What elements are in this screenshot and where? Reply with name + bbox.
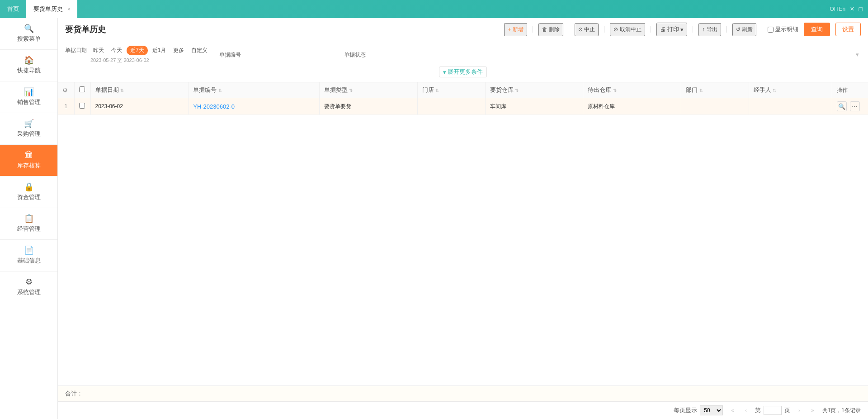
th-order-no-label: 单据编号 [193,86,217,93]
select-all-checkbox[interactable] [79,86,85,92]
tab-bar: 首页 要货单历史 × [0,0,825,18]
order-no-label: 单据编号 [219,51,241,59]
date-filter-label: 单据日期 [65,47,87,54]
page-first-btn[interactable]: « [728,406,737,414]
data-table: ⚙ 单据日期 ⇅ 单据编号 ⇅ [58,82,868,115]
th-order-no: 单据编号 ⇅ [189,82,320,98]
toolbar: + 新增 🗑 删除 ⊘ 中止 ⊘ 取消中止 🖨 打印 ▾ ↑ 导出 ↺ 刷新 [504,23,861,36]
status-dropdown-icon[interactable]: ▾ [856,51,859,58]
th-pending-warehouse-label: 待出仓库 [588,86,611,93]
tab-requisition-label: 要货单历史 [33,5,63,13]
export-button[interactable]: ↑ 导出 [698,23,721,36]
date-btn-custom[interactable]: 自定义 [189,46,210,55]
often-label: OfTEn [830,6,846,12]
page-input-group: 第 1 页 [755,406,790,415]
print-button[interactable]: 🖨 打印 ▾ [656,23,688,36]
th-order-type-label: 单据类型 [324,86,348,93]
th-dept-label: 部门 [686,86,698,93]
th-checkbox [74,82,90,98]
sidebar-item-inventory-label: 库存核算 [17,162,41,170]
sidebar-item-quick-nav-label: 快捷导航 [17,67,41,75]
td-store [417,98,485,115]
th-pending-warehouse: 待出仓库 ⇅ [583,82,681,98]
date-btn-more[interactable]: 更多 [170,46,187,55]
tab-home[interactable]: 首页 [0,0,26,18]
th-date-label: 单据日期 [95,86,119,93]
sidebar-item-search-menu[interactable]: 🔍 搜索菜单 [0,18,57,50]
sort-order-type-icon[interactable]: ⇅ [349,88,353,93]
new-button[interactable]: + 新增 [504,23,527,36]
page-next-btn[interactable]: › [796,406,803,414]
tab-requisition-history[interactable]: 要货单历史 × [26,0,77,18]
page-number-input[interactable]: 1 [764,406,782,415]
sidebar-item-inventory[interactable]: 🏛 库存核算 [0,145,57,176]
sidebar-item-basic-info[interactable]: 📄 基础信息 [0,240,57,271]
th-dept: 部门 ⇅ [681,82,749,98]
op-view-btn[interactable]: 🔍 [837,101,847,111]
sidebar-item-sys-label: 系统管理 [17,288,41,296]
page-prev-btn[interactable]: ‹ [742,406,750,414]
row-checkbox[interactable] [79,103,85,109]
expand-label: 展开更多条件 [448,68,483,76]
sidebar-item-quick-nav[interactable]: 🏠 快捷导航 [0,50,57,81]
table-settings-icon[interactable]: ⚙ [62,87,68,94]
per-page-group: 每页显示 50 100 200 [674,405,723,415]
basic-info-icon: 📄 [24,246,34,254]
sidebar-item-ops-mgmt[interactable]: 📋 经营管理 [0,208,57,240]
order-no-filter: 单据编号 [219,51,335,59]
per-page-label: 每页显示 [674,406,697,414]
top-bar: 首页 要货单历史 × OfTEn × □ [0,0,868,18]
ops-mgmt-icon: 📋 [24,214,34,223]
table-area: ⚙ 单据日期 ⇅ 单据编号 ⇅ [58,82,868,386]
stop-button[interactable]: ⊘ 中止 [575,23,599,36]
sidebar-item-finance-mgmt[interactable]: 🔒 资金管理 [0,176,57,208]
date-btn-today[interactable]: 今天 [108,46,125,55]
th-req-warehouse-label: 要货仓库 [490,86,514,93]
total-info: 共1页，1条记录 [822,407,861,414]
query-button[interactable]: 查询 [804,23,830,36]
sidebar-item-purchase-mgmt[interactable]: 🛒 采购管理 [0,113,57,145]
divider-5 [693,26,693,33]
divider-1 [533,26,533,33]
tab-close-icon[interactable]: × [67,6,70,12]
status-input[interactable] [371,51,856,59]
td-dept [681,98,749,115]
cancel-stop-button[interactable]: ⊘ 取消中止 [610,23,645,36]
sort-date-icon[interactable]: ⇅ [120,88,124,93]
tab-home-label: 首页 [7,5,19,13]
refresh-button[interactable]: ↺ 刷新 [732,23,756,36]
date-btn-1month[interactable]: 近1月 [150,46,169,55]
sort-req-warehouse-icon[interactable]: ⇅ [515,88,519,93]
divider-7 [762,26,762,33]
sidebar-item-ops-label: 经营管理 [17,225,41,233]
th-req-warehouse: 要货仓库 ⇅ [485,82,583,98]
order-no-input[interactable] [245,51,335,59]
op-more-btn[interactable]: ⋯ [850,101,860,111]
order-no-link[interactable]: YH-20230602-0 [193,103,235,110]
sort-dept-icon[interactable]: ⇅ [699,88,703,93]
display-detail-label: 显示明细 [775,25,798,33]
sort-order-no-icon[interactable]: ⇅ [218,88,222,93]
delete-button[interactable]: 🗑 删除 [538,23,563,36]
sidebar-item-finance-label: 资金管理 [17,193,41,201]
per-page-select[interactable]: 50 100 200 [700,405,723,415]
sort-handler-icon[interactable]: ⇅ [773,88,776,93]
content-area: 要货单历史 + 新增 🗑 删除 ⊘ 中止 ⊘ 取消中止 🖨 打印 ▾ ↑ 导出 … [58,18,868,419]
settings-button[interactable]: 设置 [835,23,861,36]
display-detail-checkbox[interactable] [768,27,774,33]
date-btn-yesterday[interactable]: 昨天 [90,46,107,55]
window-max-btn[interactable]: □ [859,5,863,13]
expand-button[interactable]: ▾ 展开更多条件 [439,67,487,77]
print-dropdown-icon: ▾ [680,26,684,33]
sort-store-icon[interactable]: ⇅ [435,88,439,93]
sidebar-item-sys-mgmt[interactable]: ⚙ 系统管理 [0,271,57,303]
window-close-btn[interactable]: × [850,5,854,13]
td-date: 2023-06-02 [90,98,189,115]
page-last-btn[interactable]: » [808,406,817,414]
td-operation: 🔍 ⋯ [832,98,868,115]
sidebar-item-sales-mgmt[interactable]: 📊 销售管理 [0,81,57,113]
sidebar-item-sales-label: 销售管理 [17,98,41,106]
display-detail-toggle[interactable]: 显示明细 [768,25,798,33]
sort-pending-warehouse-icon[interactable]: ⇅ [613,88,617,93]
date-btn-7days[interactable]: 近7天 [127,46,148,55]
